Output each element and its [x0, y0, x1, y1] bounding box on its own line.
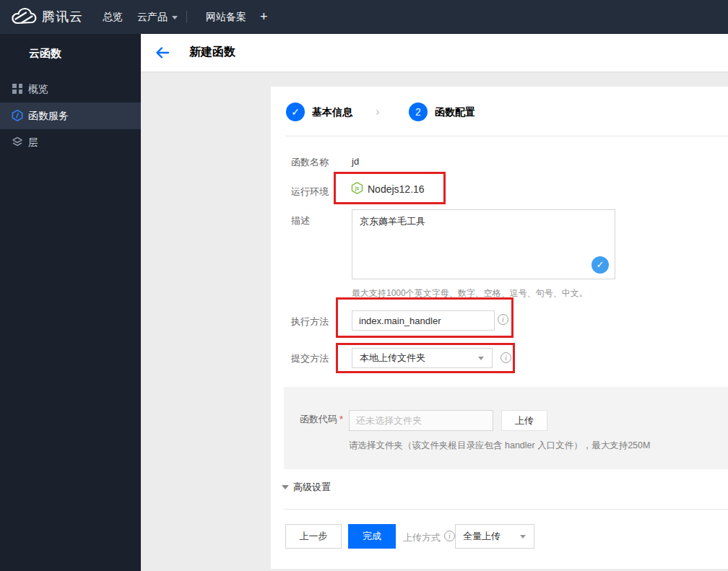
folder-path-input[interactable] — [349, 410, 493, 431]
chevron-down-icon — [172, 16, 178, 19]
description-value: 京东薅羊毛工具 — [360, 215, 425, 228]
handler-input[interactable] — [352, 310, 495, 331]
function-name-value: jd — [352, 156, 359, 167]
tencent-cloud-logo-icon[interactable] — [10, 7, 38, 27]
function-hexagon-icon — [12, 110, 23, 121]
upload-button[interactable]: 上传 — [501, 410, 547, 431]
top-navbar: 腾讯云 总览 云产品 网站备案 + — [0, 0, 728, 34]
description-textarea[interactable]: 京东薅羊毛工具 ✓ — [352, 209, 615, 279]
runtime-value: Nodejs12.16 — [368, 183, 425, 195]
step2-label: 函数配置 — [435, 106, 475, 119]
submit-method-value: 本地上传文件夹 — [360, 352, 425, 365]
triangle-down-icon — [282, 485, 289, 489]
step1-done-check-icon: ✓ — [286, 103, 305, 121]
sidebar-item-layers[interactable]: 层 — [0, 129, 141, 156]
step2-number: 2 — [409, 103, 428, 121]
nav-item-overview[interactable]: 总览 — [103, 0, 123, 34]
description-hint: 最大支持1000个英文字母、数字、空格、逗号、句号、中文。 — [352, 287, 588, 300]
page-header: 新建函数 — [141, 34, 728, 71]
brand-name[interactable]: 腾讯云 — [42, 0, 83, 34]
step-chevron-icon: › — [376, 105, 380, 119]
sidebar: 云函数 概览 函数服务 层 — [0, 34, 141, 571]
valid-check-icon: ✓ — [592, 256, 609, 274]
layers-icon — [12, 136, 23, 148]
finish-button[interactable]: 完成 — [348, 524, 396, 549]
footer-divider — [284, 509, 728, 510]
nodejs-icon: js — [351, 182, 363, 194]
navbar-divider — [186, 11, 187, 23]
description-label: 描述 — [291, 214, 349, 227]
sidebar-item-function-service[interactable]: 函数服务 — [0, 103, 141, 129]
function-name-label: 函数名称 — [291, 156, 349, 169]
sidebar-title: 云函数 — [29, 47, 61, 61]
handler-info-icon[interactable] — [498, 314, 508, 325]
previous-step-button[interactable]: 上一步 — [285, 524, 342, 549]
upload-mode-dropdown[interactable]: 全量上传 — [455, 524, 534, 549]
page-title: 新建函数 — [189, 45, 235, 60]
handler-label: 执行方法 — [291, 315, 349, 328]
submit-method-label: 提交方法 — [291, 352, 349, 365]
upload-mode-info-icon[interactable] — [444, 531, 455, 541]
submit-method-info-icon[interactable] — [500, 352, 511, 363]
chevron-down-icon — [520, 535, 526, 539]
svg-text:js: js — [355, 186, 360, 191]
sidebar-item-overview[interactable]: 概览 — [0, 76, 141, 103]
runtime-label: 运行环境 — [291, 186, 349, 199]
advanced-settings-label: 高级设置 — [293, 481, 331, 492]
upload-mode-value: 全量上传 — [463, 530, 500, 543]
create-function-panel: ✓ 基本信息 › 2 函数配置 函数名称 jd 运行环境 js Nodejs12… — [271, 87, 728, 569]
chevron-down-icon — [478, 357, 484, 360]
sidebar-item-label: 层 — [28, 129, 38, 156]
step1-label: 基本信息 — [312, 106, 352, 119]
upload-mode-label: 上传方式 — [403, 531, 441, 544]
submit-method-dropdown[interactable]: 本地上传文件夹 — [352, 348, 493, 368]
nav-item-cloud-products[interactable]: 云产品 — [137, 0, 178, 34]
grid-icon — [12, 83, 23, 95]
steps-divider — [285, 136, 728, 136]
nav-item-website-filing[interactable]: 网站备案 — [206, 0, 246, 34]
function-code-hint: 请选择文件夹（该文件夹根目录应包含 handler 入口文件），最大支持250M — [349, 440, 650, 452]
arrow-left-icon[interactable] — [154, 44, 171, 61]
required-asterisk: * — [339, 414, 343, 424]
sidebar-item-label: 函数服务 — [28, 103, 69, 129]
sidebar-item-label: 概览 — [28, 76, 48, 103]
add-tab-button[interactable]: + — [260, 0, 268, 34]
advanced-settings-toggle[interactable]: 高级设置 — [282, 481, 331, 494]
